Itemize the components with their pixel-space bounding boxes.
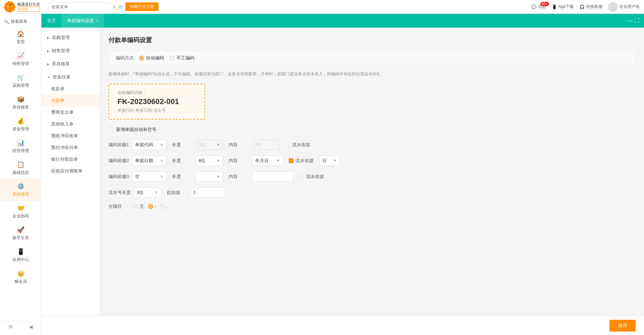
sidebar-item-apps[interactable]: 📱 应用中心 <box>0 244 41 266</box>
prefix3-value: 空 <box>135 174 140 180</box>
sidebar-item-label: 基础信息 <box>12 170 29 176</box>
nav-group-purchase: ▶ 采购管理 <box>41 32 100 44</box>
serial1-label: 流水依据 <box>292 142 310 148</box>
content1-input <box>252 140 280 150</box>
app-download-btn[interactable]: 📱 App下载 <box>552 4 574 10</box>
save-button[interactable]: 保存 <box>609 320 636 332</box>
auto-encoding-radio[interactable]: 自动编码 <box>139 55 164 61</box>
content2-select[interactable]: 年月日 ▼ <box>252 156 283 166</box>
nav-item-receipt[interactable]: 收款单 <box>41 83 100 95</box>
encoding-radio-group: 自动编码 手工编码 <box>139 55 194 61</box>
prefix1-select[interactable]: 单据代码 ▼ <box>132 140 166 150</box>
sidebar-item-guide[interactable]: 🚀 新手引导 <box>0 223 41 244</box>
serial2-unit-select[interactable]: 日 ▼ <box>319 156 340 166</box>
chevron-down-icon: ▼ <box>217 143 220 147</box>
nav-group-inventory-header[interactable]: ▶ 库存核算 <box>41 58 100 70</box>
sidebar-item-purchase[interactable]: 🛒 采购管理 <box>0 70 41 92</box>
arrow-icon-down: ▼ <box>47 75 50 79</box>
content3-input[interactable] <box>252 171 294 182</box>
sidebar-collapse-btn[interactable]: ◀ <box>29 324 33 329</box>
purchase-icon: 🛒 <box>17 74 25 81</box>
nav-item-payment[interactable]: 付款单 <box>41 95 100 106</box>
field-row-2: 编码前缀2 单据日期 ▼ 长度 8位 ▼ 内容 <box>108 156 636 166</box>
prefix3-select[interactable]: 空 ▼ <box>132 171 166 182</box>
sidebar-item-member[interactable]: 👑 畅会员 <box>0 266 41 288</box>
serial2-checkbox[interactable]: ✓ <box>289 158 294 163</box>
nav-arrows[interactable]: ▾ <box>113 4 115 9</box>
sidebar-item-home[interactable]: 🏠 首页 <box>0 27 41 48</box>
sidebar-item-business[interactable]: 📊 经营管理 <box>0 136 41 157</box>
sidebar-item-collab[interactable]: 🤝 企业协同 <box>0 201 41 223</box>
nav-item-other-income[interactable]: 其他收入单 <box>41 118 100 130</box>
prefix2-select[interactable]: 单据日期 ▼ <box>132 156 166 166</box>
sidebar-item-label: 资金管理 <box>12 126 29 132</box>
chevron-down-icon: ▼ <box>217 175 220 178</box>
message-btn[interactable]: 💬 消息 99+ <box>531 4 546 10</box>
sep-dot-radio[interactable]: . <box>160 204 167 209</box>
nav-item-pre-receivable[interactable]: 预收冲应收单 <box>41 130 100 142</box>
length3-select[interactable]: ▼ <box>195 171 223 182</box>
tab-home[interactable]: 首页 <box>41 14 61 28</box>
nav-group-purchase-header[interactable]: ▶ 采购管理 <box>41 32 100 44</box>
search-input[interactable] <box>48 2 110 11</box>
sidebar-item-label: 首页 <box>17 39 25 45</box>
tab-close-btn[interactable]: × <box>96 18 98 23</box>
serial1-checkbox-label[interactable]: 流水依据 <box>285 142 310 148</box>
serial2-checkbox-label[interactable]: ✓ 流水依据 <box>289 158 314 164</box>
serial3-checkbox-label[interactable]: 流水依据 <box>299 174 324 180</box>
nav-group-inventory: ▶ 库存核算 <box>41 58 100 70</box>
manual-radio-dot <box>170 56 174 61</box>
sep-none-dot <box>133 204 138 209</box>
experience-btn[interactable]: 体验行业方案 <box>125 2 158 11</box>
home-icon: 🏠 <box>17 30 25 38</box>
tab-encoding[interactable]: 单据编码设置 × <box>61 14 104 28</box>
sidebar-settings-btn[interactable]: ⚙ <box>8 324 13 329</box>
top-bar: 🍊 畅通道好生意 拓品版 ▾ ⚙ 体验行业方案 💬 消息 99+ 📱 App下载… <box>0 0 644 14</box>
sep-dash-radio[interactable]: - <box>148 204 156 209</box>
user-area[interactable]: 企业用户名 <box>608 2 640 12</box>
serial1-checkbox[interactable] <box>285 142 290 147</box>
system-icon: ⚙️ <box>17 183 25 190</box>
auto-fill-checkbox[interactable] <box>108 127 113 132</box>
auto-fill-row: 新增单据自动补空号 <box>108 127 636 133</box>
tab-expand-btn[interactable]: ⛶ <box>634 18 640 24</box>
nav-item-bank[interactable]: 银行存取款单 <box>41 153 100 165</box>
serial2-label: 流水依据 <box>296 158 314 164</box>
main-panel: 付款单编码设置 编码方式 自动编码 手工编码 <box>100 28 644 316</box>
tab-minimize-btn[interactable]: — <box>627 18 633 24</box>
sep-none-radio[interactable]: 无 <box>133 203 144 210</box>
sidebar-item-basic[interactable]: 📋 基础信息 <box>0 157 41 179</box>
sidebar-item-label: 畅会员 <box>15 279 27 285</box>
sidebar-item-sales[interactable]: 📈 销售管理 <box>0 48 41 70</box>
field-row-1: 编码前缀1 单据代码 ▼ 长度 2位 ▼ 内容 <box>108 140 636 150</box>
auto-radio-dot <box>139 56 144 61</box>
app-download-label: App下载 <box>558 4 574 10</box>
search-icon: 🔍 <box>4 19 9 24</box>
prefix2-label: 编码前缀2 <box>108 158 129 164</box>
chevron-down-icon: ▼ <box>160 159 163 162</box>
start-value-input[interactable] <box>190 187 225 198</box>
sidebar-search[interactable]: 🔍 搜索菜单 <box>0 17 41 27</box>
serial-length-select[interactable]: 3位 ▼ <box>134 187 161 198</box>
serial3-checkbox[interactable] <box>299 174 304 179</box>
nav-group-capital-header[interactable]: ▼ 资金往来 <box>41 71 100 83</box>
finance-icon: 💰 <box>17 117 25 125</box>
nav-group-sales-header[interactable]: ▶ 销售管理 <box>41 45 100 57</box>
settings-icon[interactable]: ⚙ <box>118 4 123 10</box>
chevron-down-icon: ▼ <box>217 159 220 162</box>
message-icon: 💬 <box>531 4 537 9</box>
manual-encoding-radio[interactable]: 手工编码 <box>170 55 194 61</box>
length1-select[interactable]: 2位 ▼ <box>195 140 223 150</box>
nav-item-pre-payable[interactable]: 预付冲应付单 <box>41 142 100 153</box>
nav-item-expense[interactable]: 费用支出单 <box>41 106 100 118</box>
content2-label: 内容 <box>229 158 249 164</box>
sidebar-item-finance[interactable]: 💰 资金管理 <box>0 114 41 136</box>
length1-label: 长度 <box>172 142 193 148</box>
sidebar-item-system[interactable]: ⚙️ 系统管理 <box>0 179 41 201</box>
sidebar-item-inventory[interactable]: 📦 库存核算 <box>0 92 41 114</box>
length2-select[interactable]: 8位 ▼ <box>195 156 223 166</box>
online-service-btn[interactable]: 🎧 在线客服 <box>579 4 603 10</box>
nav-item-adjustment[interactable]: 应收应付调整单 <box>41 165 100 177</box>
content2-field: 内容 年月日 ▼ <box>229 156 283 166</box>
sep-dot-label: . <box>166 204 167 209</box>
